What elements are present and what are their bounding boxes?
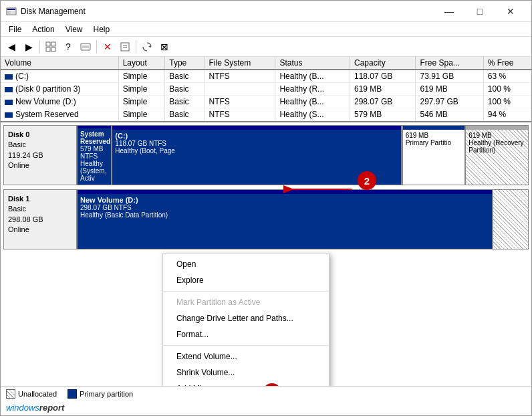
disk-1-d-drive[interactable]: New Volume (D:) 298.07 GB NTFS Healthy (… <box>78 190 493 249</box>
disk-0-label: Disk 0 Basic 119.24 GB Online <box>4 126 78 185</box>
maximize-button[interactable]: □ <box>464 1 495 22</box>
table-row[interactable]: New Volume (D:) Simple Basic NTFS Health… <box>1 96 531 108</box>
volume-icon <box>5 100 13 105</box>
toolbar-btn-8[interactable] <box>139 39 155 55</box>
cell-volume: System Reserved <box>1 108 118 121</box>
legend: Unallocated Primary partition <box>1 386 531 401</box>
cell-status: Healthy (R... <box>275 83 350 96</box>
cell-pct-free: 94 % <box>483 108 531 121</box>
minimize-button[interactable]: — <box>434 1 464 22</box>
svg-rect-2 <box>7 11 11 14</box>
disk-1-unallocated[interactable] <box>493 190 528 249</box>
svg-rect-7 <box>51 47 55 51</box>
disk-0-recovery[interactable]: 619 MB Healthy (Recovery Partition) <box>466 126 528 185</box>
brand-bar: windowsreport <box>1 401 531 415</box>
legend-primary-box <box>68 389 77 399</box>
col-status[interactable]: Status <box>275 57 350 70</box>
cell-volume: New Volume (D:) <box>1 96 118 108</box>
part-d-size: 298.07 GB NTFS <box>80 204 489 211</box>
disk-icon <box>80 41 91 52</box>
toolbar-btn-9[interactable]: ⊠ <box>156 39 172 55</box>
ctx-item-extend-volume...[interactable]: Extend Volume... <box>163 348 329 365</box>
svg-rect-10 <box>121 43 129 51</box>
ctx-item-open[interactable]: Open <box>163 256 329 272</box>
volume-icon <box>5 74 13 80</box>
window-title: Disk Management <box>21 7 86 16</box>
disk-0-type: Basic <box>8 140 72 150</box>
ctx-item-explore[interactable]: Explore <box>163 272 329 288</box>
svg-marker-13 <box>148 45 151 47</box>
disk-0-name: Disk 0 <box>8 130 72 140</box>
disk-0-status: Online <box>8 161 72 171</box>
delete-button[interactable]: ✕ <box>100 39 116 55</box>
cell-filesystem <box>205 83 275 96</box>
col-volume[interactable]: Volume <box>1 57 118 70</box>
brand-report: report <box>39 403 65 413</box>
toolbar-btn-3[interactable] <box>43 39 59 55</box>
cell-volume: (C:) <box>1 70 118 83</box>
refresh-icon <box>142 41 152 52</box>
cell-capacity: 118.07 GB <box>350 70 416 83</box>
forward-button[interactable]: ▶ <box>21 39 37 55</box>
ctx-item-add-mirror...[interactable]: Add Mirror... <box>163 381 329 386</box>
toolbar-btn-5[interactable] <box>78 39 94 55</box>
cell-layout: Simple <box>118 108 165 121</box>
ctx-item-change-drive-letter-and-paths...[interactable]: Change Drive Letter and Paths... <box>163 310 329 326</box>
disk-0-system-reserved[interactable]: System Reserved 579 MB NTFS Healthy (Sys… <box>78 126 112 185</box>
col-free-space[interactable]: Free Spa... <box>416 57 483 70</box>
ctx-item-shrink-volume...[interactable]: Shrink Volume... <box>163 365 329 381</box>
grid-icon <box>45 41 56 52</box>
toolbar-btn-4[interactable]: ? <box>60 39 76 55</box>
svg-rect-1 <box>7 9 15 10</box>
cell-type: Basic <box>165 96 205 108</box>
part-d-detail: Healthy (Basic Data Partition) <box>80 211 489 219</box>
cell-type: Basic <box>165 70 205 83</box>
toolbar: ◀ ▶ ? ✕ ⊠ <box>1 37 531 57</box>
part-p3-size: 619 MB <box>406 132 462 139</box>
close-button[interactable]: ✕ <box>495 1 526 22</box>
svg-rect-5 <box>51 42 55 46</box>
cell-filesystem: NTFS <box>205 70 275 83</box>
svg-rect-4 <box>46 42 50 46</box>
part-p3-detail: Primary Partitio <box>406 139 462 146</box>
col-type[interactable]: Type <box>165 57 205 70</box>
legend-primary-label: Primary partition <box>80 390 133 398</box>
content-area: Volume Layout Type File System Status Ca… <box>1 57 531 415</box>
svg-rect-6 <box>46 47 50 51</box>
table-row[interactable]: System Reserved Simple Basic NTFS Health… <box>1 108 531 121</box>
table-row[interactable]: (Disk 0 partition 3) Simple Basic Health… <box>1 83 531 96</box>
menu-file[interactable]: File <box>3 23 27 35</box>
part-sysres-detail: Healthy (System, Activ <box>80 160 108 182</box>
cell-free-space: 619 MB <box>416 83 483 96</box>
cell-status: Healthy (S... <box>275 108 350 121</box>
toolbar-btn-7[interactable] <box>117 39 133 55</box>
app-icon <box>6 6 17 17</box>
title-bar: Disk Management — □ ✕ <box>1 1 531 22</box>
col-filesystem[interactable]: File System <box>205 57 275 70</box>
part-sysres-size: 579 MB NTFS <box>80 145 108 160</box>
menu-help[interactable]: Help <box>88 23 116 35</box>
disk-0-partition3[interactable]: 619 MB Primary Partitio <box>402 126 467 185</box>
ctx-separator <box>163 345 329 346</box>
cell-pct-free: 100 % <box>483 96 531 108</box>
ctx-item-format...[interactable]: Format... <box>163 326 329 342</box>
disk-1-type: Basic <box>8 204 72 214</box>
col-capacity[interactable]: Capacity <box>350 57 416 70</box>
part-rec-size: 619 MB <box>469 132 525 139</box>
cell-layout: Simple <box>118 96 165 108</box>
disk-1-partitions: New Volume (D:) 298.07 GB NTFS Healthy (… <box>78 190 528 249</box>
menu-action[interactable]: Action <box>27 23 59 35</box>
table-row[interactable]: (C:) Simple Basic NTFS Healthy (B... 118… <box>1 70 531 83</box>
back-button[interactable]: ◀ <box>3 39 19 55</box>
cell-filesystem: NTFS <box>205 108 275 121</box>
ctx-item-mark-partition-as-active: Mark Partition as Active <box>163 294 329 310</box>
volume-table-area: Volume Layout Type File System Status Ca… <box>1 57 531 122</box>
menu-view[interactable]: View <box>60 23 88 35</box>
volume-table: Volume Layout Type File System Status Ca… <box>1 57 531 121</box>
menu-bar: File Action View Help <box>1 22 531 37</box>
cell-capacity: 579 MB <box>350 108 416 121</box>
cell-capacity: 298.07 GB <box>350 96 416 108</box>
col-layout[interactable]: Layout <box>118 57 165 70</box>
toolbar-separator-1 <box>39 40 40 54</box>
col-pct-free[interactable]: % Free <box>483 57 531 70</box>
